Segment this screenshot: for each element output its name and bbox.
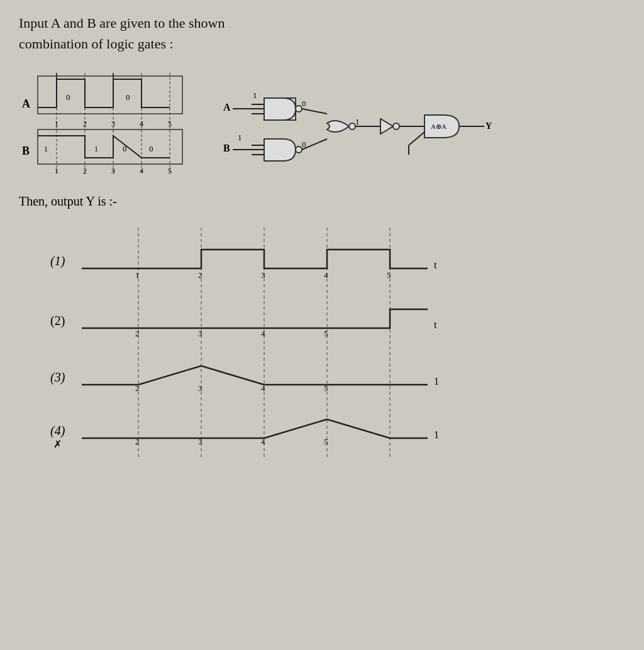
svg-text:1: 1 (55, 167, 58, 175)
svg-text:0: 0 (126, 92, 130, 102)
svg-text:A⊕A: A⊕A (431, 123, 447, 130)
svg-rect-22 (38, 129, 182, 164)
header-text: Input A and B are given to the shown com… (19, 13, 625, 54)
svg-text:1: 1 (238, 133, 242, 142)
svg-text:3: 3 (261, 270, 265, 280)
svg-point-44 (349, 123, 355, 129)
svg-text:A: A (22, 97, 30, 110)
svg-text:B: B (22, 145, 30, 157)
svg-text:3: 3 (198, 383, 203, 393)
svg-text:Y: Y (486, 121, 492, 131)
svg-text:2: 2 (83, 119, 87, 128)
svg-text:5: 5 (168, 167, 172, 175)
svg-line-53 (409, 132, 425, 145)
svg-text:0: 0 (66, 92, 70, 102)
svg-text:1: 1 (434, 429, 439, 440)
svg-text:5: 5 (324, 437, 328, 446)
svg-text:0: 0 (302, 99, 306, 108)
svg-text:✗: ✗ (53, 439, 62, 449)
input-waveform-svg: A B 1 2 3 4 5 1 2 3 4 5 0 0 (19, 63, 195, 189)
svg-text:1: 1 (55, 119, 58, 128)
svg-text:1: 1 (94, 145, 98, 153)
svg-text:A: A (223, 102, 231, 113)
output-options-svg: (1) (2) (3) (4) ✗ 1 2 3 4 5 t 2 3 4 5 t … (44, 221, 535, 460)
svg-text:1: 1 (355, 117, 360, 126)
svg-text:3: 3 (111, 167, 115, 175)
svg-text:2: 2 (198, 270, 203, 280)
svg-point-37 (296, 146, 302, 153)
svg-text:3: 3 (111, 119, 115, 128)
svg-text:1: 1 (253, 91, 257, 100)
svg-text:5: 5 (168, 119, 172, 128)
svg-point-32 (296, 106, 302, 112)
svg-text:1: 1 (135, 270, 140, 280)
svg-text:(1): (1) (50, 254, 65, 268)
svg-text:0: 0 (149, 144, 153, 153)
svg-marker-47 (380, 119, 393, 134)
page: Input A and B are given to the shown com… (0, 0, 644, 650)
svg-line-42 (302, 109, 327, 114)
svg-text:B: B (223, 143, 230, 153)
svg-text:(4): (4) (50, 424, 65, 438)
svg-text:(2): (2) (50, 314, 65, 328)
svg-text:2: 2 (83, 167, 87, 175)
logic-gate-svg: A B 1 0 1 0 (214, 63, 547, 189)
diagram-section: A B 1 2 3 4 5 1 2 3 4 5 0 0 (19, 60, 625, 189)
svg-text:t: t (434, 319, 437, 330)
header-line2: combination of logic gates : (19, 36, 174, 52)
svg-text:3: 3 (198, 329, 203, 338)
output-title: Then, output Y is :- (19, 194, 625, 209)
svg-text:1: 1 (44, 145, 48, 153)
svg-text:2: 2 (135, 329, 140, 338)
svg-text:5: 5 (324, 329, 328, 338)
svg-point-48 (393, 123, 399, 129)
svg-text:4: 4 (140, 119, 143, 128)
header-line1: Input A and B are given to the shown (19, 15, 225, 31)
svg-text:t: t (434, 260, 437, 270)
svg-text:(3): (3) (50, 370, 65, 385)
svg-text:5: 5 (387, 270, 391, 280)
svg-text:4: 4 (324, 270, 328, 280)
svg-text:4: 4 (140, 167, 143, 175)
svg-text:1: 1 (434, 376, 439, 387)
svg-text:4: 4 (261, 329, 265, 338)
